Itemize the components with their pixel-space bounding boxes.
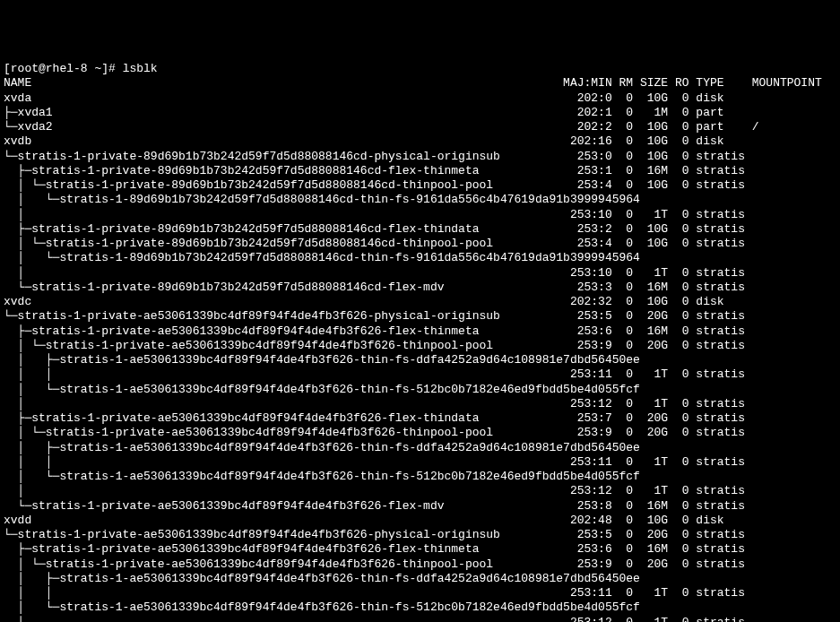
lsblk-row: │ 253:12 0 1T 0 stratis — [4, 616, 836, 623]
lsblk-row: └─stratis-1-private-89d69b1b73b242d59f7d… — [4, 150, 836, 164]
lsblk-row: │ └─stratis-1-private-ae53061339bc4df89f… — [4, 426, 836, 440]
lsblk-row: └─stratis-1-private-89d69b1b73b242d59f7d… — [4, 281, 836, 295]
lsblk-row: │ └─stratis-1-ae53061339bc4df89f94f4de4f… — [4, 383, 836, 397]
command: lsblk — [123, 62, 158, 75]
lsblk-row: ├─xvda1 202:1 0 1M 0 part — [4, 106, 836, 120]
lsblk-row: │ ├─stratis-1-ae53061339bc4df89f94f4de4f… — [4, 353, 836, 367]
lsblk-row: └─stratis-1-private-ae53061339bc4df89f94… — [4, 309, 836, 324]
lsblk-row: │ │ 253:11 0 1T 0 stratis — [4, 367, 836, 382]
lsblk-row: xvda 202:0 0 10G 0 disk — [4, 91, 836, 106]
lsblk-row: │ ├─stratis-1-ae53061339bc4df89f94f4de4f… — [4, 572, 836, 586]
lsblk-row: └─xvda2 202:2 0 10G 0 part / — [4, 120, 836, 134]
lsblk-row: │ └─stratis-1-ae53061339bc4df89f94f4de4f… — [4, 470, 836, 484]
lsblk-row: │ └─stratis-1-89d69b1b73b242d59f7d5d8808… — [4, 193, 836, 207]
lsblk-output: xvda 202:0 0 10G 0 disk ├─xvda1 202:1 0 — [4, 91, 836, 623]
lsblk-row: ├─stratis-1-private-ae53061339bc4df89f94… — [4, 324, 836, 339]
lsblk-row: │ 253:12 0 1T 0 stratis — [4, 397, 836, 411]
prompt: [root@rhel-8 ~]# — [4, 62, 123, 75]
lsblk-row: │ ├─stratis-1-ae53061339bc4df89f94f4de4f… — [4, 441, 836, 455]
lsblk-header: NAME MAJ:MIN RM SIZE RO TYPE MOUNTPOINT — [4, 76, 836, 91]
lsblk-row: │ 253:10 0 1T 0 stratis — [4, 266, 836, 281]
lsblk-row: ├─stratis-1-private-ae53061339bc4df89f94… — [4, 411, 836, 426]
lsblk-row: │ │ 253:11 0 1T 0 stratis — [4, 586, 836, 600]
lsblk-row: xvdc 202:32 0 10G 0 disk — [4, 295, 836, 309]
lsblk-row: │ └─stratis-1-private-ae53061339bc4df89f… — [4, 557, 836, 572]
lsblk-row: │ └─stratis-1-ae53061339bc4df89f94f4de4f… — [4, 600, 836, 615]
lsblk-row: │ └─stratis-1-89d69b1b73b242d59f7d5d8808… — [4, 251, 836, 265]
lsblk-row: │ 253:10 0 1T 0 stratis — [4, 208, 836, 222]
lsblk-row: ├─stratis-1-private-89d69b1b73b242d59f7d… — [4, 164, 836, 178]
lsblk-row: │ │ 253:11 0 1T 0 stratis — [4, 455, 836, 470]
lsblk-row: │ 253:12 0 1T 0 stratis — [4, 484, 836, 498]
lsblk-row: xvdb 202:16 0 10G 0 disk — [4, 134, 836, 149]
lsblk-row: └─stratis-1-private-ae53061339bc4df89f94… — [4, 528, 836, 542]
lsblk-row: xvdd 202:48 0 10G 0 disk — [4, 514, 836, 528]
lsblk-row: │ └─stratis-1-private-ae53061339bc4df89f… — [4, 339, 836, 353]
lsblk-row: └─stratis-1-private-ae53061339bc4df89f94… — [4, 499, 836, 514]
lsblk-row: │ └─stratis-1-private-89d69b1b73b242d59f… — [4, 237, 836, 251]
lsblk-row: ├─stratis-1-private-ae53061339bc4df89f94… — [4, 542, 836, 557]
lsblk-row: │ └─stratis-1-private-89d69b1b73b242d59f… — [4, 178, 836, 193]
lsblk-row: ├─stratis-1-private-89d69b1b73b242d59f7d… — [4, 222, 836, 237]
prompt-line[interactable]: [root@rhel-8 ~]# lsblk — [4, 62, 836, 76]
